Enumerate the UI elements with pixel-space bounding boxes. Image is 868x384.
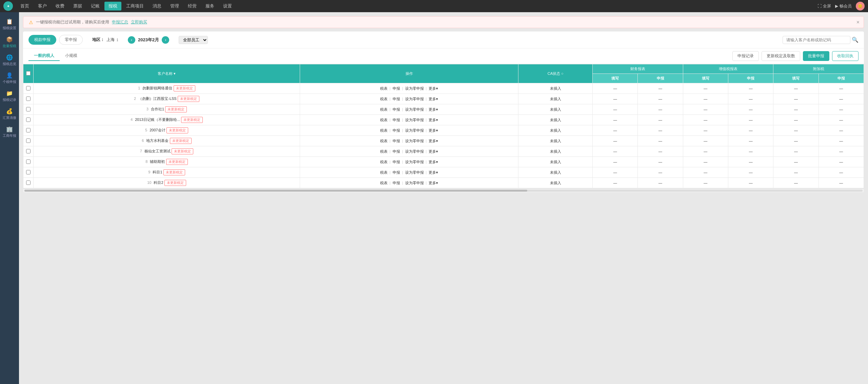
row-checkbox-4[interactable] <box>23 115 34 125</box>
action-declare-7[interactable]: 申报 <box>393 149 400 154</box>
search-button[interactable]: 🔍 <box>852 37 859 43</box>
action-tax-form-3[interactable]: 税表 <box>380 107 388 112</box>
upgrade-button[interactable]: ▶ 畅会员 <box>835 3 852 9</box>
nav-item-消息[interactable]: 消息 <box>149 2 165 10</box>
nav-item-经营[interactable]: 经营 <box>184 2 201 10</box>
banner-link-buy[interactable]: 立即购买 <box>131 19 147 25</box>
tab-zero[interactable]: 零申报 <box>59 35 83 45</box>
nav-item-报税[interactable]: 报税 <box>104 2 121 10</box>
action-set-zero-2[interactable]: 设为零申报 <box>405 97 424 102</box>
tab-small-scale[interactable]: 小规模 <box>60 51 83 61</box>
action-set-zero-6[interactable]: 设为零申报 <box>405 138 424 144</box>
nav-item-工商项目[interactable]: 工商项目 <box>122 2 148 10</box>
action-tax-form-8[interactable]: 税表 <box>380 159 388 165</box>
select-all-checkbox[interactable] <box>26 71 31 76</box>
checkbox-6[interactable] <box>26 138 31 143</box>
nav-item-首页[interactable]: 首页 <box>16 2 33 10</box>
nav-item-管理[interactable]: 管理 <box>166 2 183 10</box>
checkbox-10[interactable] <box>26 180 31 185</box>
action-more-5[interactable]: 更多▾ <box>429 128 438 133</box>
sidebar-item-个税申报[interactable]: 👤 个税申报 <box>0 69 19 87</box>
row-checkbox-1[interactable] <box>23 83 34 94</box>
nav-item-记账[interactable]: 记账 <box>87 2 104 10</box>
sidebar-item-批量报税[interactable]: 📦 批量报税 <box>0 33 19 51</box>
declare-record-button[interactable]: 申报记录 <box>732 51 759 61</box>
period-prev[interactable]: ‹ <box>128 36 135 44</box>
action-more-2[interactable]: 更多▾ <box>429 97 438 102</box>
checkbox-2[interactable] <box>26 97 31 101</box>
tab-declare[interactable]: 税款申报 <box>28 35 56 45</box>
fullscreen-button[interactable]: ⛶ 全屏 <box>817 3 831 9</box>
row-checkbox-5[interactable] <box>23 125 34 136</box>
action-more-8[interactable]: 更多▾ <box>429 159 438 165</box>
action-set-zero-1[interactable]: 设为零申报 <box>405 86 424 91</box>
sidebar-item-工商年报[interactable]: 🏢 工商年报 <box>0 123 19 141</box>
action-declare-4[interactable]: 申报 <box>393 118 400 123</box>
banner-close[interactable]: × <box>856 19 860 25</box>
action-tax-form-9[interactable]: 税表 <box>380 170 388 175</box>
period-next[interactable]: › <box>162 36 169 44</box>
row-checkbox-3[interactable] <box>23 104 34 115</box>
action-tax-form-6[interactable]: 税表 <box>380 138 388 144</box>
action-more-1[interactable]: 更多▾ <box>429 86 438 91</box>
action-declare-1[interactable]: 申报 <box>393 86 400 91</box>
action-more-10[interactable]: 更多▾ <box>429 180 438 186</box>
action-more-4[interactable]: 更多▾ <box>429 118 438 123</box>
action-set-zero-10[interactable]: 设为零申报 <box>405 180 424 186</box>
action-tax-form-2[interactable]: 税表 <box>380 97 388 102</box>
action-declare-8[interactable]: 申报 <box>393 159 400 165</box>
row-checkbox-8[interactable] <box>23 157 34 167</box>
action-tax-form-7[interactable]: 税表 <box>380 149 388 154</box>
nav-item-票据[interactable]: 票据 <box>69 2 86 10</box>
action-more-7[interactable]: 更多▾ <box>429 149 438 154</box>
action-tax-form-5[interactable]: 税表 <box>380 128 388 133</box>
action-declare-6[interactable]: 申报 <box>393 138 400 144</box>
checkbox-3[interactable] <box>26 107 31 111</box>
sort-icon[interactable]: ▾ <box>174 71 176 76</box>
bottom-scrollbar[interactable] <box>23 188 864 192</box>
row-checkbox-10[interactable] <box>23 178 34 188</box>
action-tax-form-1[interactable]: 税表 <box>380 86 388 91</box>
action-set-zero-7[interactable]: 设为零申报 <box>405 149 424 154</box>
action-tax-form-4[interactable]: 税表 <box>380 118 388 123</box>
sidebar-item-汇算清缴[interactable]: 💰 汇算清缴 <box>0 105 19 123</box>
checkbox-1[interactable] <box>26 86 31 90</box>
tab-general-taxpayer[interactable]: 一般的税人 <box>28 51 60 61</box>
app-logo[interactable]: ✦ <box>3 1 13 11</box>
action-tax-form-10[interactable]: 税表 <box>380 180 388 186</box>
batch-declare-button[interactable]: 批量申报 <box>803 51 829 61</box>
checkbox-9[interactable] <box>26 170 31 174</box>
collect-receipt-button[interactable]: 收取回执 <box>832 51 859 61</box>
action-declare-2[interactable]: 申报 <box>393 97 400 102</box>
banner-link-summary[interactable]: 申报汇总 <box>112 19 128 25</box>
nav-item-客户[interactable]: 客户 <box>34 2 51 10</box>
sidebar-item-报税记录[interactable]: 📁 报税记录 <box>0 87 19 105</box>
sidebar-item-报税设置[interactable]: 📋 报税设置 <box>0 15 19 33</box>
avatar[interactable]: 😊 <box>856 2 865 10</box>
nav-item-收费[interactable]: 收费 <box>52 2 68 10</box>
info-icon[interactable]: ℹ <box>117 38 118 42</box>
update-tax-button[interactable]: 更新税定及取数 <box>762 51 800 61</box>
action-set-zero-5[interactable]: 设为零申报 <box>405 128 424 133</box>
action-set-zero-9[interactable]: 设为零申报 <box>405 170 424 175</box>
row-checkbox-2[interactable] <box>23 94 34 104</box>
checkbox-8[interactable] <box>26 159 31 164</box>
action-set-zero-8[interactable]: 设为零申报 <box>405 159 424 165</box>
action-set-zero-4[interactable]: 设为零申报 <box>405 118 424 123</box>
staff-select[interactable]: 全部员工 <box>179 36 208 44</box>
action-declare-5[interactable]: 申报 <box>393 128 400 133</box>
search-input[interactable] <box>783 36 850 44</box>
checkbox-5[interactable] <box>26 128 31 132</box>
checkbox-4[interactable] <box>26 118 31 122</box>
action-more-3[interactable]: 更多▾ <box>429 107 438 112</box>
row-checkbox-6[interactable] <box>23 136 34 146</box>
row-checkbox-7[interactable] <box>23 146 34 157</box>
action-set-zero-3[interactable]: 设为零申报 <box>405 107 424 112</box>
action-declare-3[interactable]: 申报 <box>393 107 400 112</box>
sidebar-item-报税总览[interactable]: 🌐 报税总览 <box>0 51 19 69</box>
nav-item-服务[interactable]: 服务 <box>201 2 218 10</box>
action-declare-10[interactable]: 申报 <box>393 180 400 186</box>
nav-item-设置[interactable]: 设置 <box>219 2 236 10</box>
row-checkbox-9[interactable] <box>23 167 34 178</box>
action-more-6[interactable]: 更多▾ <box>429 138 438 144</box>
